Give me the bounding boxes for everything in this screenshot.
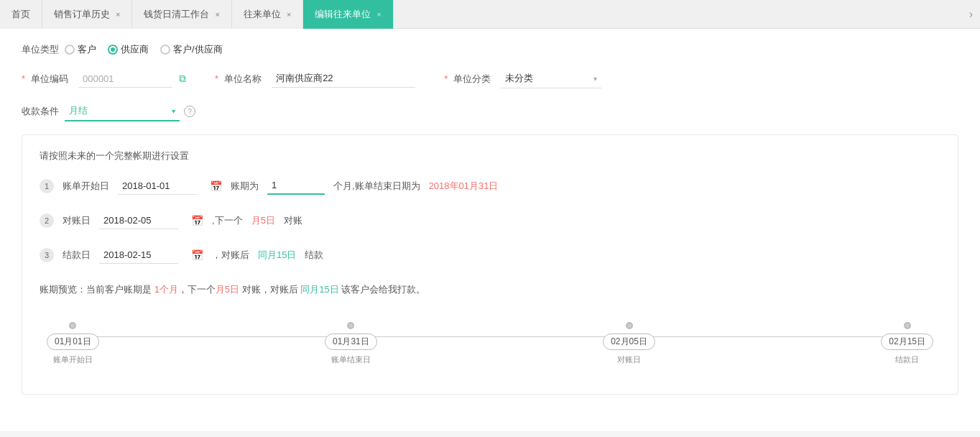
period-label-1: 账单开始日 [63,180,109,193]
unit-category-value: 未分类 [505,72,591,85]
payment-condition-value: 月结 [69,104,172,117]
unit-name-input[interactable] [272,70,415,88]
reconcile-date-input[interactable] [99,212,178,229]
payment-suffix: 结款 [305,249,323,262]
end-date-highlight: 2018年01月31日 [429,180,499,193]
unit-type-row: 单位类型 客户 供应商 客户/供应商 [22,43,958,56]
timeline-point-2: 01月31日 账单结束日 [325,322,377,365]
radio-customer-supplier-label: 客户/供应商 [173,43,223,56]
timeline-badge-1: 01月01日 [47,334,99,350]
unit-code-input[interactable] [78,70,172,88]
timeline-label-2: 账单结束日 [331,354,371,365]
chevron-down-icon: ▾ [593,75,597,83]
tab-partner-label: 往来单位 [244,8,281,21]
timeline-badge-3: 02月05日 [603,334,655,350]
tab-bar: 首页 销售订单历史 × 钱货日清工作台 × 往来单位 × 编辑往来单位 × › [0,0,980,29]
radio-circle-customer [65,45,75,55]
unit-category-star: * [444,73,448,84]
reconcile-prefix: ,下一个 [212,214,243,227]
close-icon-cash-work[interactable]: × [215,10,219,19]
radio-supplier-label: 供应商 [121,43,149,56]
period-num-2: 2 [40,213,54,228]
timeline-dot-3 [626,322,633,329]
timeline-line [54,336,926,337]
preview-payment: 同月15日 [300,284,338,295]
period-num-3: 3 [40,248,54,262]
timeline-label-1: 账单开始日 [53,354,93,365]
preview-label: 账期预览：当前客户账期是 [40,284,154,295]
timeline-point-4: 02月15日 结款日 [881,322,933,365]
unit-type-label: 单位类型 [22,43,59,56]
unit-type-radio-group: 客户 供应商 客户/供应商 [65,43,223,56]
tab-cash-work-label: 钱货日清工作台 [144,8,209,21]
timeline-point-1: 01月01日 账单开始日 [47,322,99,365]
calendar-icon-3[interactable]: 📅 [191,249,203,261]
calendar-icon-1[interactable]: 📅 [210,180,222,192]
timeline-badge-2: 01月31日 [325,334,377,350]
radio-customer[interactable]: 客户 [65,43,96,56]
unit-category-select[interactable]: 未分类 ▾ [501,69,601,88]
timeline-dot-4 [904,322,911,329]
copy-icon[interactable]: ⧉ [179,73,186,85]
radio-customer-supplier[interactable]: 客户/供应商 [160,43,223,56]
timeline-dot-2 [347,322,354,329]
period-label-3: 结款日 [63,249,91,262]
start-date-input[interactable] [118,178,197,195]
unit-category-group: * 单位分类 未分类 ▾ [444,69,601,88]
unit-code-label: 单位编码 [31,73,68,86]
payment-highlight: 同月15日 [258,249,296,262]
reconcile-suffix: 对账 [284,214,302,227]
preview-sep3: 该客户会给我打款。 [339,284,426,295]
reconcile-highlight: 月5日 [251,214,275,227]
calendar-icon-2[interactable]: 📅 [191,215,203,226]
radio-circle-customer-supplier [160,45,170,55]
close-icon-edit-partner[interactable]: × [376,10,381,19]
close-icon-partner[interactable]: × [287,10,291,19]
payment-prefix: ，对账后 [212,249,249,262]
tab-home-label: 首页 [11,8,30,21]
period-label-2: 对账日 [63,214,91,227]
main-content: 单位类型 客户 供应商 客户/供应商 * 单位编码 ⧉ * 单位名称 [0,29,980,431]
tab-edit-partner-label: 编辑往来单位 [315,8,371,21]
tab-edit-partner[interactable]: 编辑往来单位 × [303,0,393,29]
period-row-3: 3 结款日 📅 ，对账后同月15日 结款 [40,247,940,264]
tab-partner[interactable]: 往来单位 × [232,0,303,29]
payment-condition-row: 收款条件 月结 ▾ ? [22,101,958,121]
unit-name-label: 单位名称 [224,73,262,86]
unit-info-row: * 单位编码 ⧉ * 单位名称 * 单位分类 未分类 ▾ [22,69,958,88]
unit-code-star: * [22,73,25,84]
tab-home[interactable]: 首页 [0,0,42,29]
period-text-1: 账期为 [231,180,259,193]
timeline-dot-1 [69,322,76,329]
timeline-label-4: 结款日 [895,354,919,365]
payment-condition-label: 收款条件 [22,105,59,118]
radio-supplier[interactable]: 供应商 [108,43,149,56]
timeline-points: 01月01日 账单开始日 01月31日 账单结束日 02月05日 对账日 02月… [40,322,940,365]
help-icon[interactable]: ? [184,106,195,117]
period-box-title: 请按照未来的一个完整帐期进行设置 [40,150,940,162]
period-row-2: 2 对账日 📅 ,下一个月5日 对账 [40,212,940,229]
payment-date-input[interactable] [99,247,178,264]
unit-name-star: * [215,73,218,84]
timeline-wrapper: 01月01日 账单开始日 01月31日 账单结束日 02月05日 对账日 02月… [40,315,940,380]
unit-category-label: 单位分类 [453,73,491,86]
tab-cash-work[interactable]: 钱货日清工作台 × [132,0,231,29]
close-icon-sales-order[interactable]: × [116,10,120,19]
period-month-unit: 个月,账单结束日期为 [333,180,420,193]
tab-sales-order[interactable]: 销售订单历史 × [42,0,132,29]
preview-text: 账期预览：当前客户账期是 1个月，下一个月5日 对账，对账后 同月15日 该客户… [40,281,940,298]
payment-condition-select[interactable]: 月结 ▾ [65,101,180,121]
tab-expand-button[interactable]: › [962,8,980,21]
payment-chevron-icon: ▾ [172,107,175,115]
timeline-label-3: 对账日 [617,354,641,365]
months-input[interactable] [267,177,325,195]
timeline-badge-4: 02月15日 [881,334,933,350]
preview-months: 1个月 [154,284,178,295]
unit-code-group: * 单位编码 ⧉ [22,70,186,88]
unit-name-group: * 单位名称 [215,70,415,88]
preview-sep2: 对账，对账后 [239,284,300,295]
radio-customer-label: 客户 [78,43,96,56]
period-num-1: 1 [40,179,54,193]
timeline-point-3: 02月05日 对账日 [603,322,655,365]
tab-sales-order-label: 销售订单历史 [54,8,110,21]
